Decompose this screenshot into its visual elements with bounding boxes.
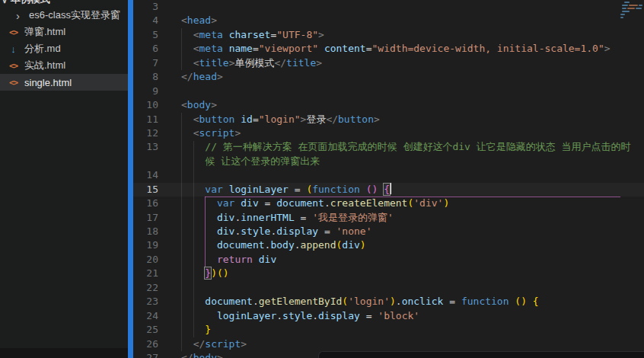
code-text[interactable]: var loginLayer = (function () { — [158, 183, 391, 197]
code-text[interactable]: <head> — [158, 14, 217, 27]
code-token: = — [449, 296, 455, 307]
sidebar-item-实战.html[interactable]: <>实战.html — [0, 57, 128, 74]
line-number[interactable]: 15 — [133, 183, 158, 197]
sidebar-resize-sash[interactable] — [128, 0, 133, 358]
code-row[interactable]: 9 — [133, 85, 644, 98]
code-row[interactable]: 16 var div = document.createElement('div… — [133, 197, 644, 210]
line-number[interactable]: 4 — [133, 14, 158, 27]
code-text[interactable]: 候 让这个登录的弹窗出来 — [158, 155, 320, 168]
line-number[interactable] — [133, 155, 158, 168]
line-number[interactable]: 5 — [133, 28, 158, 42]
code-text[interactable]: loginLayer.style.display = 'block' — [158, 309, 419, 323]
line-number[interactable]: 14 — [133, 168, 158, 182]
line-number[interactable]: 16 — [133, 197, 158, 210]
code-row[interactable]: 10<body> — [133, 98, 644, 112]
line-number[interactable]: 11 — [133, 113, 158, 126]
line-number[interactable]: 26 — [133, 337, 158, 351]
code-text[interactable]: </head> — [158, 70, 223, 84]
line-number[interactable]: 25 — [133, 323, 158, 337]
code-text[interactable]: // 第一种解决方案 在页面加载完成的时候 创建好这个div 让它是隐藏的状态 … — [158, 140, 631, 154]
code-text[interactable]: </body> — [158, 351, 223, 358]
code-row[interactable]: 13 // 第一种解决方案 在页面加载完成的时候 创建好这个div 让它是隐藏的… — [133, 140, 644, 154]
code-editor[interactable]: 34<head>5 <meta charset="UTF-8">6 <meta … — [133, 0, 644, 358]
code-text[interactable]: } — [158, 323, 211, 337]
code-row[interactable]: 19 document.body.append(div) — [133, 238, 644, 252]
line-number[interactable]: 10 — [133, 98, 158, 112]
code-row[interactable]: 11 <button id="login">登录</button> — [133, 113, 644, 126]
line-number[interactable]: 9 — [133, 85, 158, 98]
code-text[interactable] — [158, 281, 181, 295]
line-number[interactable]: 18 — [133, 225, 158, 238]
code-row[interactable]: 26 </script> — [133, 337, 644, 351]
code-row[interactable]: 7 <title>单例模式</title> — [133, 56, 644, 70]
code-row[interactable]: 22 — [133, 281, 644, 295]
line-number[interactable]: 17 — [133, 211, 158, 225]
code-row[interactable]: 3 — [133, 0, 644, 14]
code-row[interactable]: 12 <script> — [133, 126, 644, 140]
sidebar-item-single.html[interactable]: <>single.html — [0, 74, 128, 91]
line-number[interactable]: 27 — [133, 351, 158, 358]
code-token: . — [324, 197, 330, 209]
code-row[interactable]: 18 div.style.display = 'none' — [133, 225, 644, 238]
code-row[interactable]: 25 } — [133, 323, 644, 337]
code-text[interactable]: var div = document.createElement('div') — [158, 197, 449, 210]
code-token — [253, 254, 259, 265]
sidebar-item-分析.md[interactable]: ↓分析.md — [0, 40, 128, 57]
line-number[interactable]: 7 — [133, 56, 158, 70]
code-token: ) — [223, 267, 229, 279]
line-number[interactable]: 19 — [133, 238, 158, 252]
sidebar-items: ›es6-class实现登录窗<>弹窗.html↓分析.md<>实战.html<… — [0, 7, 128, 91]
code-token: </ — [274, 57, 286, 69]
code-text[interactable]: div.innerHTML = '我是登录的弹窗' — [158, 211, 394, 225]
code-token — [295, 212, 301, 223]
code-row-wrap[interactable]: 候 让这个登录的弹窗出来 — [133, 155, 644, 168]
line-number[interactable]: 12 — [133, 126, 158, 140]
code-row[interactable]: 6 <meta name="viewport" content="width=d… — [133, 42, 644, 56]
line-number[interactable]: 22 — [133, 281, 158, 295]
line-number[interactable]: 6 — [133, 42, 158, 56]
code-text[interactable]: document.body.append(div) — [158, 238, 366, 252]
code-token: body — [193, 352, 217, 358]
code-text[interactable]: <title>单例模式</title> — [158, 56, 322, 70]
text-cursor — [391, 183, 392, 194]
code-text[interactable]: div.style.display = 'none' — [158, 225, 372, 238]
code-text[interactable]: </script> — [158, 337, 247, 351]
code-row[interactable]: 14 — [133, 168, 644, 182]
line-number[interactable]: 13 — [133, 140, 158, 154]
code-row[interactable]: 24 loginLayer.style.display = 'block' — [133, 309, 644, 323]
code-row[interactable]: 21 })() — [133, 267, 644, 280]
code-text[interactable]: <body> — [158, 98, 217, 112]
code-row[interactable]: 15 var loginLayer = (function () { — [133, 183, 644, 197]
code-token — [181, 239, 217, 251]
code-row[interactable]: 8</head> — [133, 70, 644, 84]
code-text[interactable]: })() — [158, 267, 229, 280]
code-text[interactable]: <script> — [158, 126, 241, 140]
code-text[interactable] — [158, 85, 181, 98]
code-text[interactable]: <meta charset="UTF-8"> — [158, 28, 324, 42]
code-text[interactable]: document.getElementById('login').onclick… — [158, 295, 539, 308]
line-number[interactable]: 23 — [133, 295, 158, 308]
code-row[interactable]: 23 document.getElementById('login').oncl… — [133, 295, 644, 308]
line-number[interactable]: 3 — [133, 0, 158, 14]
code-text[interactable]: <button id="login">登录</button> — [158, 113, 380, 126]
code-row[interactable]: 4<head> — [133, 14, 644, 27]
line-number[interactable]: 21 — [133, 267, 158, 280]
code-token — [259, 197, 265, 209]
code-token: = — [324, 225, 330, 237]
line-number[interactable]: 8 — [133, 70, 158, 84]
sidebar-item-es6-class实现登录窗[interactable]: ›es6-class实现登录窗 — [0, 7, 128, 24]
sidebar-item-弹窗.html[interactable]: <>弹窗.html — [0, 24, 128, 40]
code-text[interactable] — [158, 0, 181, 14]
line-number[interactable]: 24 — [133, 309, 158, 323]
code-row[interactable]: 20 return div — [133, 253, 644, 267]
code-text[interactable]: <meta name="viewport" content="width=dev… — [158, 42, 611, 56]
code-text[interactable] — [158, 168, 181, 182]
code-token — [181, 296, 205, 307]
code-token: div — [217, 225, 234, 237]
code-row[interactable]: 5 <meta charset="UTF-8"> — [133, 28, 644, 42]
code-row[interactable]: 17 div.innerHTML = '我是登录的弹窗' — [133, 211, 644, 225]
code-text[interactable]: return div — [158, 253, 276, 267]
line-number[interactable]: 20 — [133, 253, 158, 267]
explorer-folder-header[interactable]: ∨ 单例模式 — [2, 0, 50, 5]
code-token: > — [241, 338, 247, 350]
